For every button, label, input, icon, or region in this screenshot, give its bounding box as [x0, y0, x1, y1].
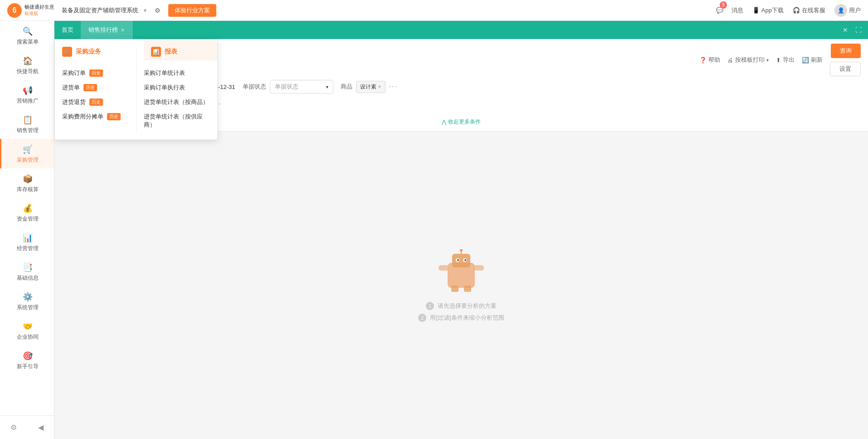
tab-sales-rank-label: 销售排行榜 [88, 26, 118, 34]
export-button[interactable]: ⬆ 导出 [776, 56, 795, 64]
doc-status-label: 单据状态 [243, 83, 266, 91]
dropdown-item-order-exec[interactable]: 采购订单执行表 [144, 80, 210, 95]
sidebar-label-operations: 经营管理 [17, 245, 39, 252]
reports-col-title: 报表 [165, 48, 177, 56]
system-dropdown-arrow[interactable]: ▾ [144, 7, 146, 14]
sidebar-label-capital: 资金管理 [17, 215, 39, 223]
svg-rect-11 [464, 286, 471, 292]
sidebar-label-search: 搜索菜单 [17, 38, 39, 46]
sidebar-label-marketing: 营销推广 [17, 97, 39, 105]
enterprise-icon: 🤝 [23, 321, 33, 331]
industry-button[interactable]: 体验行业方案 [168, 4, 216, 17]
settings-bottom-icon[interactable]: ⚙ [9, 421, 19, 434]
goods-tag-close[interactable]: × [378, 84, 381, 90]
sidebar-label-inventory: 库存核算 [17, 186, 39, 193]
sidebar-item-guide[interactable]: 🎯 新手引导 [0, 345, 54, 375]
print-dropdown-icon: ▾ [766, 58, 769, 63]
purchase-col-title: 采购业务 [76, 48, 101, 56]
sidebar-item-sales[interactable]: 📋 销售管理 [0, 109, 54, 139]
collapse-sidebar-icon[interactable]: ◀ [36, 421, 45, 434]
tab-bar: 首页 销售排行榜 ✕ ✕ ⛶ [54, 21, 868, 39]
tab-expand-icon[interactable]: ⛶ [853, 25, 864, 35]
setting-button[interactable]: 设置 [830, 62, 861, 76]
sidebar-item-search[interactable]: 🔍 搜索菜单 [0, 21, 54, 50]
dropdown-item-goods-receipt[interactable]: 进货单 历史 [62, 80, 129, 95]
tab-close-window-icon[interactable]: ✕ [840, 25, 851, 35]
doc-status-arrow: ▾ [326, 84, 328, 89]
doc-status-select[interactable]: 单据状态 ▾ [270, 80, 333, 94]
print-button[interactable]: 🖨 按模板打印 ▾ [727, 56, 769, 64]
sidebar-label-guide: 新手引导 [17, 363, 39, 370]
sidebar-item-system[interactable]: ⚙️ 系统管理 [0, 286, 54, 316]
query-setting-group: 查询 设置 [830, 44, 861, 76]
reports-col-icon: 📊 [151, 47, 161, 57]
sidebar-item-marketing[interactable]: 📢 营销推广 [0, 80, 54, 109]
svg-rect-9 [474, 265, 484, 271]
empty-step-1: 1 请先选择要分析的方案 [426, 302, 497, 310]
svg-point-7 [460, 249, 463, 252]
robot-svg [434, 249, 488, 295]
dropdown-item-receipt-stats-supplier[interactable]: 进货单统计表（按供应商） [144, 109, 210, 132]
collapse-arrow-icon: ⋀ [442, 119, 446, 125]
online-service-button[interactable]: 🎧 在线客服 [793, 6, 825, 15]
sidebar-item-capital[interactable]: 💰 资金管理 [0, 198, 54, 227]
sidebar-item-enterprise[interactable]: 🤝 企业协同 [0, 316, 54, 345]
tab-close-icon[interactable]: ✕ [121, 27, 125, 33]
help-button[interactable]: ❓ 帮助 [699, 56, 720, 64]
receipt-stats-goods-label: 进货单统计表（按商品） [144, 98, 209, 106]
empty-step2-text: 用[过滤]条件来缩小分析范围 [430, 314, 504, 322]
goods-more-icon[interactable]: ··· [389, 83, 398, 91]
goods-tag-value: 设计素 [360, 83, 376, 91]
tab-sales-rank[interactable]: 销售排行榜 ✕ [81, 21, 132, 39]
collapse-button[interactable]: ⋀ 收起更多条件 [434, 116, 488, 128]
inventory-icon: 📦 [23, 174, 33, 184]
dropdown-item-goods-return[interactable]: 进货退货 历史 [62, 95, 129, 109]
search-icon: 🔍 [23, 26, 33, 36]
svg-rect-10 [451, 286, 458, 292]
operations-icon: 📊 [23, 233, 33, 243]
receipt-stats-supplier-label: 进货单统计表（按供应商） [144, 113, 210, 129]
sidebar-label-purchase: 采购管理 [17, 156, 39, 164]
svg-rect-8 [439, 265, 449, 271]
guide-icon: 🎯 [23, 351, 33, 361]
collapse-label: 收起更多条件 [448, 118, 481, 126]
goods-return-label: 进货退货 [62, 98, 86, 106]
purchase-icon: 🛒 [23, 144, 33, 154]
capital-icon: 💰 [23, 203, 33, 213]
export-icon: ⬆ [776, 57, 781, 64]
purchase-order-label: 采购订单 [62, 69, 86, 77]
phone-icon: 📱 [752, 7, 760, 14]
sidebar-item-operations[interactable]: 📊 经营管理 [0, 227, 54, 257]
sidebar-item-basic-info[interactable]: 📑 基础信息 [0, 257, 54, 286]
doc-status-value: 单据状态 [275, 83, 324, 91]
dropdown-item-purchase-order[interactable]: 采购订单 历史 [62, 66, 129, 80]
logo-line1: 畅捷通好生意 [24, 4, 54, 10]
purchase-col-header: 🛒 采购业务 [62, 47, 129, 60]
query-button[interactable]: 查询 [831, 44, 861, 58]
history-badge-3: 历史 [107, 113, 121, 120]
purchase-col-icon: 🛒 [62, 47, 72, 57]
dropdown-columns: 🛒 采购业务 采购订单 历史 进货单 历史 进货退货 历史 采购费用分摊单 历史 [62, 47, 210, 132]
home-icon: 🏠 [23, 56, 33, 66]
sidebar-label-enterprise: 企业协同 [17, 333, 39, 341]
sidebar: 🔍 搜索菜单 🏠 快捷导航 📢 营销推广 📋 销售管理 🛒 采购管理 📦 库存核… [0, 21, 54, 439]
sidebar-item-purchase[interactable]: 🛒 采购管理 [0, 139, 54, 168]
order-exec-label: 采购订单执行表 [144, 84, 185, 92]
sidebar-label-quick-nav: 快捷导航 [17, 68, 39, 75]
sidebar-item-inventory[interactable]: 📦 库存核算 [0, 168, 54, 198]
empty-step-2: 2 用[过滤]条件来缩小分析范围 [418, 314, 504, 322]
dropdown-item-receipt-stats-goods[interactable]: 进货单统计表（按商品） [144, 95, 210, 109]
marketing-icon: 📢 [23, 85, 33, 95]
tab-home[interactable]: 首页 [54, 21, 81, 39]
user-menu-button[interactable]: 👤 用户 [834, 4, 861, 17]
svg-rect-1 [452, 254, 470, 267]
gear-icon[interactable]: ⚙ [152, 5, 163, 16]
app-download-button[interactable]: 📱 App下载 [752, 6, 784, 15]
message-button[interactable]: 💬 9 消息 [716, 5, 743, 16]
refresh-button[interactable]: 🔄 刷新 [802, 56, 823, 64]
sidebar-item-quick-nav[interactable]: 🏠 快捷导航 [0, 50, 54, 80]
dropdown-item-purchase-expense[interactable]: 采购费用分摊单 历史 [62, 109, 129, 124]
system-icon: ⚙️ [23, 292, 33, 302]
logo-line2: 标准版 [24, 10, 54, 17]
dropdown-item-order-stats[interactable]: 采购订单统计表 [144, 66, 210, 80]
